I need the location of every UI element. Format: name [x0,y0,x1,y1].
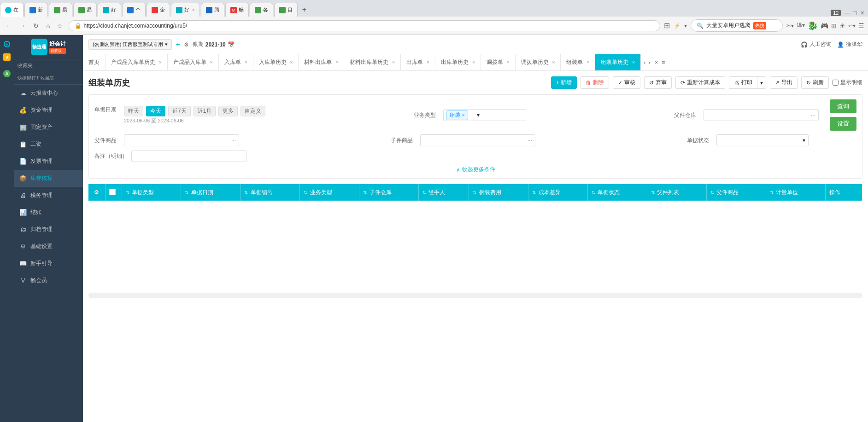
col-unit[interactable]: ⇅ 计量单位 [766,184,825,201]
home-btn[interactable]: ⌂ [44,21,52,30]
nav-item-settings[interactable]: ⚙ 基础设置 [14,238,83,255]
nav-tab-more-icon[interactable]: ≡ [660,59,667,66]
print-dropdown-btn[interactable]: ▾ [757,76,766,89]
nav-tab-6[interactable]: 材料出库单历史 × [344,54,401,71]
nav-tab-9[interactable]: 调拨单 × [481,54,516,71]
nav-tab-6-close[interactable]: × [392,60,395,65]
scissors-action[interactable]: ✂▾ [786,23,794,29]
col-bill-no[interactable]: ⇅ 单据编号 [240,184,300,201]
nav-tab-2[interactable]: 产成品入库单 × [168,54,219,71]
browser-tab-10[interactable]: 各 [250,3,273,17]
browser-search-box[interactable]: 🔍 大量安卓用户逃离 热搜 [691,19,783,32]
undo-action[interactable]: ↩▾ [848,23,856,29]
game-action[interactable]: 🎮 [821,22,828,29]
browser-tab-2[interactable]: 易 [49,3,72,17]
nav-item-finance[interactable]: 💰 资金管理 [14,102,83,119]
service-btn[interactable]: 🎧 人工咨询 [801,40,832,48]
add-company-btn[interactable]: + [176,40,180,49]
date-btn-today[interactable]: 今天 [146,106,165,116]
child-goods-more-btn[interactable]: ··· [528,137,532,144]
nav-tab-7-close[interactable]: × [427,60,429,65]
nav-item-inventory[interactable]: 📦 库存核算 [14,170,83,187]
collapse-btn[interactable]: ∧ 收起更多条件 [94,166,856,173]
nav-item-invoice[interactable]: 📄 发票管理 [14,153,83,170]
browser-tab-6[interactable]: 企 [147,3,170,17]
forward-btn[interactable]: → [18,21,28,30]
boost-icon[interactable]: ⚡ [674,23,680,29]
col-handler[interactable]: ⇅ 经手人 [419,184,469,201]
nav-tab-2-close[interactable]: × [210,60,213,65]
nav-tab-12-assembly-history[interactable]: 组装单历史 × [595,54,641,71]
date-btn-1month[interactable]: 近1月 [194,106,216,116]
table-gear-icon[interactable]: ⚙ [94,189,99,196]
browser-tab-active[interactable]: 在 [0,3,23,17]
nav-item-archive[interactable]: 🗂 归档管理 [14,221,83,238]
notes-field[interactable] [131,150,246,162]
nav-tab-8[interactable]: 出库单历史 × [435,54,481,71]
nav-tab-5[interactable]: 材料出库单 × [299,54,344,71]
chevron-down-icon[interactable]: ▾ [684,23,687,29]
browser-tab-1[interactable]: 新 [24,3,48,17]
nav-tab-9-close[interactable]: × [507,60,510,65]
business-type-tag-remove[interactable]: × [462,113,465,118]
browser-tab-4[interactable]: 好 [98,3,121,17]
browser-tab-7[interactable]: 好 × [171,3,200,17]
nav-tab-prev-arrow[interactable]: ‹ [643,59,646,66]
nav-tab-1-close[interactable]: × [159,60,162,65]
col-disassembly-cost[interactable]: ⇅ 拆装费用 [469,184,528,201]
close-btn[interactable]: × [861,9,864,17]
recalc-btn[interactable]: ⟳ 重新计算成本 [675,76,725,89]
col-bill-date[interactable]: ⇅ 单据日期 [181,184,240,201]
col-parent-list[interactable]: ⇅ 父件列表 [647,184,707,201]
browser-tab-8[interactable]: 腾 [201,3,224,17]
nav-item-cloud-reports[interactable]: ☁ 云报表中心 [14,85,83,102]
nav-tab-next-arrow[interactable]: › [647,59,651,66]
nav-tab-3-close[interactable]: × [245,60,247,65]
sun-action[interactable]: ☀ [839,22,845,29]
maximize-btn[interactable]: □ [853,9,856,17]
col-child-warehouse[interactable]: ⇅ 子件仓库 [359,184,419,201]
grid-action[interactable]: ⊞ [831,22,837,29]
date-btn-custom[interactable]: 自定义 [240,106,265,116]
nav-item-salary[interactable]: 📋 工资 [14,136,83,153]
browser-tab-9[interactable]: M 畅 [225,3,249,17]
business-type-dropdown-arrow[interactable]: ▾ [477,109,523,121]
show-detail-checkbox[interactable] [833,80,839,86]
back-btn[interactable]: ← [4,21,14,30]
col-cost-diff[interactable]: ⇅ 成本差异 [528,184,588,201]
parent-warehouse-field[interactable]: ··· [704,109,819,121]
browser-tab-11[interactable]: 目 [274,3,298,17]
show-detail-label[interactable]: 显示明细 [833,79,862,87]
add-btn[interactable]: + 新增 [551,76,577,89]
url-input[interactable]: 🔒 https://cloud.chanjet.com/accounting/u… [69,20,660,31]
nav-tab-5-close[interactable]: × [335,60,338,65]
parent-goods-field[interactable]: ··· [124,134,239,146]
nav-tab-10[interactable]: 调拨单历史 × [516,54,561,71]
nav-tab-7[interactable]: 出库单 × [401,54,435,71]
browser-tab-5[interactable]: 个 [122,3,146,17]
date-btn-yesterday[interactable]: 昨天 [124,106,143,116]
nav-tab-12-close[interactable]: × [632,60,635,65]
company-selector[interactable]: (勿删勿禁用) 江西服宝测试专用 ▾ [88,39,172,50]
bill-status-dropdown[interactable]: ▾ [716,134,809,146]
select-all-checkbox[interactable] [109,189,116,195]
nav-tab-11[interactable]: 组装单 × [561,54,595,71]
abandon-btn[interactable]: ↺ 弃审 [644,76,672,89]
parent-warehouse-more-btn[interactable]: ··· [811,112,815,118]
close-all-tabs-btn[interactable]: × [653,59,660,66]
export-btn[interactable]: ↗ 导出 [770,76,798,89]
nav-item-fixed-assets[interactable]: 🏢 固定资产 [14,119,83,136]
table-settings-col[interactable]: ⚙ [88,184,105,201]
translate-action[interactable]: 译▾ [797,22,805,29]
nav-tab-8-close[interactable]: × [472,60,475,65]
nav-tab-11-close[interactable]: × [586,60,589,65]
browser-tab-3[interactable]: 易 [73,3,97,17]
nav-item-tax[interactable]: 🖨 税务管理 [14,187,83,204]
new-tab-button[interactable]: + [299,3,310,17]
col-business-type[interactable]: ⇅ 业务类型 [300,184,359,201]
nav-item-close-accounts[interactable]: 📊 结账 [14,204,83,221]
audit-btn[interactable]: ✓ 审核 [613,76,640,89]
delete-btn[interactable]: 🗑 删除 [581,76,609,89]
refresh-btn[interactable]: ↻ 刷新 [801,76,829,89]
nav-tab-4[interactable]: 入库单历史 × [253,54,299,71]
